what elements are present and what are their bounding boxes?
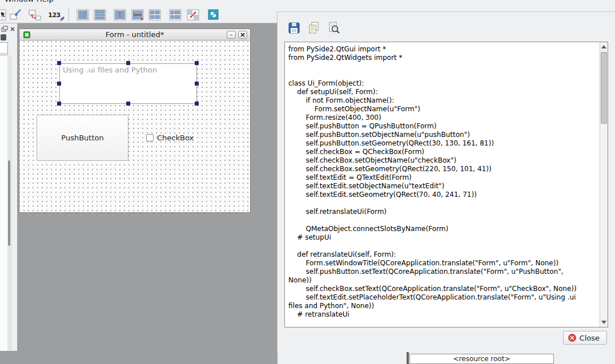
bottom-panel-area: <resource root> bbox=[278, 351, 615, 364]
break-layout-button[interactable] bbox=[185, 7, 201, 23]
checkbox-widget[interactable]: CheckBox bbox=[145, 126, 203, 149]
form-minimize-button[interactable]: - bbox=[227, 31, 236, 39]
layout-horizontal-icon bbox=[76, 8, 90, 22]
selection-handle-ne[interactable] bbox=[195, 61, 199, 65]
arrow-up-icon bbox=[601, 45, 606, 48]
scroll-up-button[interactable] bbox=[600, 43, 608, 51]
selection-handle-sw[interactable] bbox=[57, 102, 61, 106]
close-icon bbox=[10, 26, 15, 32]
dock-float-button[interactable] bbox=[1, 25, 8, 33]
break-layout-icon bbox=[186, 8, 200, 22]
form-close-button[interactable] bbox=[238, 31, 247, 39]
scrollbar-thumb[interactable] bbox=[601, 52, 607, 124]
selection-handle-se[interactable] bbox=[195, 102, 199, 106]
edit-signals-slots-icon bbox=[9, 8, 23, 22]
form-canvas[interactable]: Using .ui files and Python PushButton Ch… bbox=[19, 41, 250, 212]
menubar: Window Help bbox=[0, 0, 278, 5]
pushbutton-widget[interactable]: PushButton bbox=[37, 115, 128, 161]
textedit-widget[interactable]: Using .ui files and Python bbox=[59, 63, 197, 104]
save-icon bbox=[287, 21, 301, 35]
layout-vertical-splitter-icon bbox=[131, 8, 144, 22]
pushbutton-label: PushButton bbox=[61, 134, 103, 142]
dialog-toolbar bbox=[287, 21, 341, 35]
layout-grid-icon bbox=[148, 8, 162, 22]
layout-horizontal-splitter-icon bbox=[113, 8, 127, 22]
find-button[interactable] bbox=[327, 21, 341, 35]
layout-vertical-icon bbox=[93, 8, 107, 22]
layout-horizontal-button[interactable] bbox=[75, 7, 91, 23]
code-text-area[interactable]: from PySide2.QtGui import * from PySide2… bbox=[284, 42, 608, 327]
code-scrollbar[interactable] bbox=[600, 42, 608, 327]
edit-signals-slots-button[interactable] bbox=[8, 7, 24, 23]
toolbar-separator bbox=[69, 7, 69, 21]
menu-help[interactable]: Help bbox=[37, 0, 54, 3]
layout-form-icon bbox=[168, 8, 182, 22]
arrow-down-icon bbox=[601, 321, 606, 324]
edit-widgets-button[interactable] bbox=[0, 7, 9, 23]
main-toolbar: 123 bbox=[0, 5, 278, 23]
edit-tab-order-icon: 123 bbox=[48, 11, 60, 19]
widget-box-mode-icon[interactable] bbox=[1, 34, 6, 41]
copy-icon bbox=[307, 21, 321, 35]
save-button[interactable] bbox=[287, 21, 302, 35]
checkbox-indicator bbox=[146, 134, 154, 141]
form-designer-window: Form - untitled* - Using .ui files and P… bbox=[19, 29, 251, 213]
widget-box-list[interactable] bbox=[0, 55, 7, 351]
close-dialog-button[interactable]: Close bbox=[563, 331, 607, 345]
layout-vertical-splitter-button[interactable] bbox=[130, 7, 146, 23]
selection-handle-e[interactable] bbox=[195, 82, 199, 86]
form-window-title: Form - untitled* bbox=[19, 30, 250, 39]
selection-handle-w[interactable] bbox=[57, 82, 61, 86]
resource-root-item[interactable]: <resource root> bbox=[409, 354, 554, 364]
edit-buddies-button[interactable] bbox=[27, 7, 43, 23]
layout-horizontal-splitter-button[interactable] bbox=[112, 7, 128, 23]
widget-box-scrollbar[interactable] bbox=[7, 55, 12, 351]
python-code: from PySide2.QtGui import * from PySide2… bbox=[285, 42, 588, 322]
close-circle-icon bbox=[568, 334, 576, 342]
float-icon bbox=[1, 26, 8, 33]
code-preview-dialog: from PySide2.QtGui import * from PySide2… bbox=[277, 11, 615, 351]
form-window-titlebar[interactable]: Form - untitled* - bbox=[19, 29, 250, 41]
layout-grid-button[interactable] bbox=[147, 7, 163, 23]
selection-handle-n[interactable] bbox=[126, 61, 130, 65]
close-icon bbox=[240, 33, 245, 37]
edit-widgets-icon bbox=[0, 8, 7, 22]
selection-handle-s[interactable] bbox=[126, 102, 130, 106]
dock-close-button[interactable] bbox=[9, 25, 16, 33]
textedit-placeholder: Using .ui files and Python bbox=[60, 64, 196, 76]
copy-button[interactable] bbox=[307, 21, 321, 35]
menu-window[interactable]: Window bbox=[5, 0, 34, 3]
widget-box-dock bbox=[0, 23, 17, 351]
selection-handle-nw[interactable] bbox=[57, 61, 61, 65]
checkbox-label: CheckBox bbox=[157, 134, 194, 142]
adjust-size-icon bbox=[207, 8, 220, 22]
panel-splitter[interactable] bbox=[407, 352, 409, 364]
edit-tab-order-button[interactable]: 123 bbox=[45, 7, 63, 23]
layout-form-button[interactable] bbox=[167, 7, 183, 23]
adjust-size-button[interactable] bbox=[206, 7, 222, 23]
close-button-label: Close bbox=[580, 334, 600, 342]
widget-filter-input[interactable] bbox=[0, 42, 8, 54]
scroll-down-button[interactable] bbox=[600, 318, 608, 326]
layout-vertical-button[interactable] bbox=[92, 7, 108, 23]
find-icon bbox=[327, 21, 341, 35]
scrollbar-thumb[interactable] bbox=[8, 160, 10, 246]
edit-buddies-icon bbox=[28, 8, 42, 22]
